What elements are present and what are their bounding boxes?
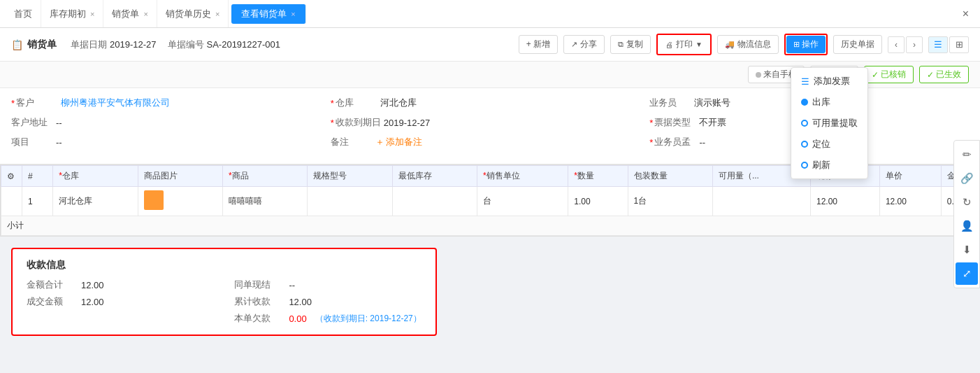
project-label: 项目 — [11, 136, 53, 148]
same-order-row: 同单现结 -- — [234, 279, 421, 291]
deal-label: 成交金额 — [27, 295, 75, 308]
available-qty-icon — [801, 118, 808, 129]
effective-button[interactable]: ✓ 已生效 — [919, 66, 969, 83]
cumulative-label: 累计收款 — [234, 295, 283, 308]
staff-value: 演示账号 — [694, 97, 730, 109]
close-inventory-init[interactable]: × — [90, 10, 94, 18]
tab-bar: 首页 库存期初 × 销货单 × 销货单历史 × 查看销货单 × × — [0, 0, 980, 28]
sidebar-link-icon[interactable]: 🔗 — [956, 167, 978, 190]
arrears-row: 本单欠款 0.00 （收款到期日: 2019-12-27） — [234, 312, 421, 325]
staff-label: 业务员 — [649, 97, 691, 109]
ops-dropdown-menu: ☰ 添加发票 出库 可用量提取 定位 刷新 — [791, 67, 868, 179]
sidebar-expand-icon[interactable]: ⤢ — [956, 262, 978, 285]
customer-value[interactable]: 柳州粤港平安气体有限公司 — [61, 97, 170, 109]
doc-date-value: 2019-12-27 — [110, 39, 157, 50]
sidebar-user-icon[interactable]: 👤 — [956, 215, 978, 237]
doc-header: 📋 销货单 单据日期 2019-12-27 单据编号 SA-20191227-0… — [0, 28, 980, 62]
row-unit-price: 12.00 — [879, 187, 941, 216]
customer-field: * 客户 柳州粤港平安气体有限公司 — [11, 97, 331, 109]
tab-home[interactable]: 首页 — [6, 0, 41, 27]
tab-sales-history[interactable]: 销货单历史 × — [157, 0, 229, 27]
dropdown-add-invoice[interactable]: ☰ 添加发票 — [791, 71, 867, 92]
staff2-label: 业务员孟 — [654, 136, 696, 148]
history-button[interactable]: 历史单据 — [833, 35, 882, 54]
close-sales-order[interactable]: × — [143, 10, 147, 18]
address-field: 客户地址 -- — [11, 116, 331, 129]
row-warehouse: 河北仓库 — [53, 187, 138, 216]
project-value: -- — [56, 137, 62, 148]
dropdown-refresh[interactable]: 刷新 — [791, 155, 867, 176]
payment-grid: 金额合计 12.00 同单现结 -- 成交金额 12.00 累计收款 12.00… — [27, 279, 421, 325]
confirm-button[interactable]: ✓ 已核销 — [864, 66, 914, 83]
payment-total-label: 金额合计 — [27, 279, 75, 291]
staff2-value: -- — [699, 137, 705, 148]
col-min-stock: 最低库存 — [392, 166, 477, 187]
grid-view-button[interactable]: ⊞ — [949, 36, 969, 53]
doc-date-label: 单据日期 — [71, 38, 107, 51]
col-product-img: 商品图片 — [138, 166, 222, 187]
doc-number-item: 单据编号 SA-20191227-001 — [168, 38, 281, 51]
deal-value: 12.00 — [81, 297, 104, 307]
row-gear — [1, 187, 22, 216]
table-row: 1 河北仓库 嘻嘻嘻嘻 台 1.00 1台 12.00 12.00 0. — [1, 187, 979, 216]
sidebar-refresh-icon[interactable]: ↻ — [956, 191, 978, 213]
payment-title: 收款信息 — [27, 259, 421, 272]
arrears-note: （收款到期日: 2019-12-27） — [315, 313, 421, 325]
cumulative-row: 累计收款 12.00 — [234, 295, 421, 308]
close-sales-history[interactable]: × — [215, 10, 219, 18]
due-date-value: 2019-12-27 — [384, 118, 431, 128]
row-product: 嘻嘻嘻嘻 — [222, 187, 307, 216]
close-view-sales[interactable]: × — [291, 10, 295, 18]
dropdown-outbound[interactable]: 出库 — [791, 92, 867, 113]
right-sidebar: ✏ 🔗 ↻ 👤 ⬇ ⤢ — [953, 140, 980, 288]
row-min-stock — [392, 187, 477, 216]
logistics-button[interactable]: 🚚 物流信息 — [717, 35, 779, 54]
print-button[interactable]: 🖨 打印 ▼ — [658, 36, 709, 53]
list-view-button[interactable]: ☰ — [928, 36, 948, 53]
col-unit-price: 单价 — [879, 166, 941, 187]
doc-number-label: 单据编号 — [168, 38, 204, 51]
dropdown-available-qty[interactable]: 可用量提取 — [791, 113, 867, 134]
col-gear: ⚙ — [1, 166, 22, 187]
doc-title-icon: 📋 — [11, 39, 23, 50]
subtotal-label: 小计 — [1, 216, 979, 236]
due-date-field: * 收款到期日 2019-12-27 — [331, 116, 650, 129]
share-button[interactable]: ↗ 分享 — [563, 35, 605, 54]
ticket-type-label: 票据类型 — [654, 116, 696, 129]
col-quantity: *数量 — [568, 166, 628, 187]
nav-arrows: ‹ › — [888, 36, 923, 53]
arrears-label: 本单欠款 — [234, 312, 283, 325]
same-order-label: 同单现结 — [234, 279, 283, 291]
dropdown-locate[interactable]: 定位 — [791, 134, 867, 155]
arrears-value: 0.00 — [289, 314, 306, 324]
payment-box: 收款信息 金额合计 12.00 同单现结 -- 成交金额 12.00 累计收款 … — [11, 248, 437, 336]
new-button[interactable]: + 新增 — [519, 35, 558, 54]
prev-button[interactable]: ‹ — [888, 36, 905, 53]
payment-total-row: 金额合计 12.00 — [27, 279, 213, 291]
add-note-button[interactable]: ＋ 添加备注 — [375, 136, 422, 148]
col-spec: 规格型号 — [308, 166, 392, 187]
subtotal-row: 小计 — [1, 216, 979, 236]
row-product-img — [138, 187, 222, 216]
locate-icon — [801, 139, 808, 150]
tab-view-sales[interactable]: 查看销货单 × — [231, 4, 305, 24]
tab-bar-close-button[interactable]: × — [957, 8, 974, 20]
sidebar-download-icon[interactable]: ⬇ — [956, 239, 978, 261]
col-product: *商品 — [222, 166, 307, 187]
doc-title: 销货单 — [27, 38, 57, 51]
row-quantity: 1.00 — [568, 187, 628, 216]
next-button[interactable]: › — [906, 36, 923, 53]
row-spec — [308, 187, 392, 216]
from-phone-dot — [756, 72, 761, 78]
copy-button[interactable]: ⧉ 复制 — [610, 35, 651, 54]
col-warehouse: *仓库 — [53, 166, 138, 187]
tab-sales-order[interactable]: 销货单 × — [103, 0, 157, 27]
refresh-icon — [801, 160, 808, 171]
row-current-stock: 12.00 — [810, 187, 879, 216]
ops-button[interactable]: ⊞ 操作 — [786, 36, 826, 53]
tab-inventory-init[interactable]: 库存期初 × — [41, 0, 103, 27]
cumulative-value: 12.00 — [289, 297, 312, 307]
outbound-icon — [801, 97, 808, 108]
sidebar-edit-icon[interactable]: ✏ — [956, 143, 978, 166]
doc-meta: 单据日期 2019-12-27 单据编号 SA-20191227-001 — [71, 38, 519, 51]
